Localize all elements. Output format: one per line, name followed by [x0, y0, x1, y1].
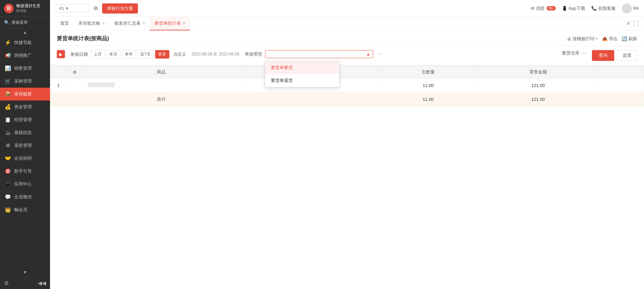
table-extra-header: [598, 66, 644, 79]
sidebar-item-guide[interactable]: 🎯 新手引导: [0, 165, 50, 178]
sidebar-item-label: 资金管理: [14, 104, 32, 110]
type-selector-arrow-icon[interactable]: ▲: [366, 52, 370, 57]
store-selector[interactable]: 41 ▾: [55, 4, 89, 13]
filter-expand-btn[interactable]: ▶: [57, 50, 65, 58]
collapse-icon[interactable]: ◀◀: [38, 280, 46, 286]
sidebar-item-inventory[interactable]: 📦 库存核算: [0, 88, 50, 101]
wechat-icon: 💬: [4, 194, 11, 200]
sidebar-item-system[interactable]: ⚙ 系统管理: [0, 139, 50, 152]
trial-btn[interactable]: 体验行业方案: [102, 3, 138, 14]
query-btn[interactable]: 查询: [592, 50, 614, 61]
refresh-btn[interactable]: 🔄 刷新: [622, 36, 637, 42]
date-quick-btns: 上月 本月 本年 近7天 更多 自定义: [91, 50, 189, 59]
type-filter-label: 单据类型: [245, 51, 262, 57]
sidebar-item-finance[interactable]: 💰 资金管理: [0, 101, 50, 113]
online-service-btn[interactable]: 📞 在线客服: [591, 5, 616, 12]
date-btn-custom[interactable]: 自定义: [171, 50, 189, 59]
table-footer-quantity: 11.00: [378, 92, 478, 107]
date-range-display: 2023-05-06 至 2023-06-06: [192, 51, 239, 57]
operation-icon: 📋: [4, 117, 11, 123]
type-selector-input[interactable]: ▲: [265, 50, 373, 58]
sidebar-item-label: 企业协同: [14, 155, 32, 161]
sidebar-item-label: 系统管理: [14, 142, 32, 149]
tabs-close-all-icon[interactable]: ✕: [626, 20, 630, 27]
print-label: 按模板打印: [573, 36, 595, 42]
messages-btn[interactable]: ✉ 消息 99+: [531, 5, 556, 12]
sidebar-scroll-down[interactable]: ▼: [0, 267, 50, 277]
sidebar-item-label: 新手引导: [14, 168, 32, 174]
table-seq-header: [50, 66, 67, 79]
sidebar-item-purchase[interactable]: 🛒 采购管理: [0, 75, 50, 88]
app-download-btn[interactable]: 📱 App下载: [562, 5, 585, 12]
date-btn-last-7-days[interactable]: 近7天: [137, 50, 154, 59]
filter-bar: ▶ 单据日期 上月 本月 本年 近7天 更多 自定义 2023-05-06 至 …: [50, 46, 644, 65]
sidebar-items-list: ⚡ 快捷导航 📢 营销推广 📊 销售管理 🛒 采购管理 📦 库存核算 💰 资金管…: [0, 36, 50, 267]
sidebar-item-label: 库存核算: [14, 91, 32, 97]
sidebar-item-operation[interactable]: 📋 经营管理: [0, 113, 50, 126]
table-row: 1 块 11.00 121.00: [50, 79, 644, 92]
topbar-gear-icon[interactable]: ⚙: [93, 5, 98, 12]
tab-requisition-stats[interactable]: 要货单统计表 ×: [150, 17, 190, 30]
user-avatar-area[interactable]: Rit: [622, 3, 639, 14]
tab-receive-summary-close[interactable]: ×: [143, 21, 145, 26]
avatar: [622, 3, 632, 14]
sidebar-item-label: 营销推广: [14, 52, 32, 59]
sidebar-item-label: 应用中心: [14, 181, 32, 187]
action-btns: 查询 设置: [592, 50, 637, 61]
table-header-row: ⚙ 商品 主计量单位 主数量 零售金额: [50, 66, 644, 79]
search-icon: 🔍: [4, 20, 9, 25]
sidebar-item-member[interactable]: 👑 畅会员: [0, 203, 50, 216]
type-option-requisition-order[interactable]: 要货单要货: [265, 61, 339, 74]
table-footer-settings: [67, 92, 82, 107]
sidebar-item-label: 快捷导航: [14, 40, 32, 46]
warehouse-more-icon[interactable]: ···: [582, 50, 587, 56]
sidebar-item-basic-info[interactable]: 🗂 基础信息: [0, 126, 50, 139]
table-footer-label: 合计: [82, 92, 240, 107]
sidebar-item-app-center[interactable]: 📱 应用中心: [0, 178, 50, 191]
table-footer-extra: [598, 92, 644, 107]
sidebar-item-wechat[interactable]: 💬 企业微信: [0, 191, 50, 203]
date-filter-label: 单据日期: [70, 51, 88, 58]
sidebar-search-label: 搜索菜单: [11, 20, 28, 25]
tab-requisition-stats-close[interactable]: ×: [183, 21, 185, 26]
table-quantity-header: 主数量: [378, 66, 478, 79]
sidebar-scroll-up[interactable]: ▲: [0, 28, 50, 36]
tabs-maximize-icon[interactable]: ⛶: [633, 21, 639, 27]
sidebar-search[interactable]: 🔍 搜索菜单: [0, 17, 50, 28]
tab-inventory-batch[interactable]: 库存批次账 ×: [74, 17, 110, 30]
tab-home-label: 首页: [60, 20, 69, 26]
table-cell-product: [82, 79, 240, 92]
tab-receive-summary[interactable]: 收发存汇总表 ×: [110, 17, 150, 30]
tab-home[interactable]: 首页: [55, 17, 74, 30]
table-settings-header[interactable]: ⚙: [67, 66, 82, 79]
table-container: ⚙ 商品 主计量单位 主数量 零售金额 1: [50, 65, 644, 107]
tab-receive-summary-label: 收发存汇总表: [114, 20, 141, 26]
topbar: 41 ▾ ⚙ 体验行业方案 ✉ 消息 99+ 📱 App下载 📞 在线客服 R: [50, 0, 644, 17]
type-option-requisition-return[interactable]: 要货单退货: [265, 74, 339, 87]
sidebar-item-label: 经营管理: [14, 117, 32, 123]
print-btn[interactable]: 🖨 按模板打印 ▾: [567, 36, 598, 42]
date-btn-prev-month[interactable]: 上月: [91, 50, 105, 59]
date-btn-more[interactable]: 更多: [155, 50, 169, 59]
warehouse-selector-section: 要货仓库 ···: [562, 50, 587, 56]
page-header-actions: 🖨 按模板打印 ▾ 📤 导出 🔄 刷新: [567, 36, 637, 42]
sidebar-item-marketing[interactable]: 📢 营销推广: [0, 49, 50, 62]
date-btn-this-month[interactable]: 本月: [106, 50, 120, 59]
app-download-label: App下载: [569, 5, 585, 12]
filter-date-section: 单据日期 上月 本月 本年 近7天 更多 自定义 2023-05-06 至 20…: [70, 50, 239, 59]
settings-btn[interactable]: 设置: [617, 50, 637, 61]
sidebar-item-sales[interactable]: 📊 销售管理: [0, 62, 50, 75]
sidebar: B 畅捷通好生意 标准版 🔍 搜索菜单 ▲ ⚡ 快捷导航 📢 营销推广 📊 销售…: [0, 0, 50, 289]
export-btn[interactable]: 📤 导出: [602, 36, 618, 42]
data-table: ⚙ 商品 主计量单位 主数量 零售金额 1: [50, 65, 644, 107]
date-btn-this-year[interactable]: 本年: [122, 50, 136, 59]
tab-inventory-batch-close[interactable]: ×: [102, 21, 105, 26]
sidebar-item-enterprise[interactable]: 🤝 企业协同: [0, 152, 50, 165]
type-selector-more-icon[interactable]: ···: [377, 51, 382, 57]
sidebar-item-label: 采购管理: [14, 78, 32, 84]
page-content: 要货单统计表(按商品) 🖨 按模板打印 ▾ 📤 导出 🔄 刷新 ▶: [50, 30, 644, 289]
table-product-header: 商品: [82, 66, 240, 79]
sidebar-item-quick-nav[interactable]: ⚡ 快捷导航: [0, 36, 50, 49]
settings-icon[interactable]: ⚙: [4, 280, 9, 286]
table-cell-amount: 121.00: [479, 79, 598, 92]
